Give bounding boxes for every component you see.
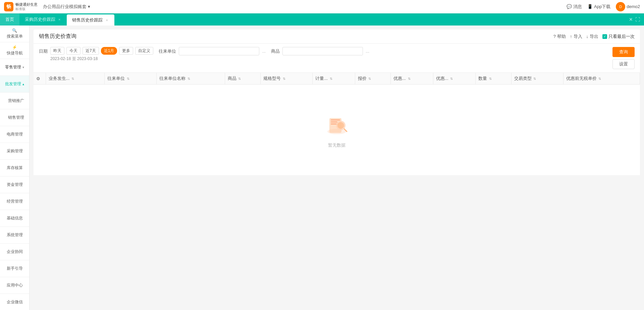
only-last-checkbox[interactable]: ✓ bbox=[602, 34, 607, 39]
tab-close-all-button[interactable]: × bbox=[629, 16, 633, 23]
tab-sales-history-close[interactable]: × bbox=[105, 18, 109, 22]
sidebar-item-basic-info[interactable]: 基础信息 bbox=[0, 210, 29, 227]
partner-input-group: ... bbox=[179, 47, 266, 55]
partner-dots-button[interactable]: ... bbox=[262, 49, 266, 54]
message-button[interactable]: 💬 消息 bbox=[567, 4, 582, 10]
sidebar-item-marketing[interactable]: 营销推广 bbox=[0, 93, 29, 109]
sidebar-item-app-center[interactable]: 应用中心 bbox=[0, 277, 29, 294]
date-btn-7days[interactable]: 近7天 bbox=[83, 47, 99, 55]
table-col-goods[interactable]: 商品 ⇅ bbox=[225, 73, 260, 85]
export-button[interactable]: ↓ 导出 bbox=[586, 34, 599, 40]
main-layout: 🔍 搜索菜单 ⚡ 快捷导航 零售管理 ▾ 批发管理 ▴ 营销推广 销售管理 电商… bbox=[0, 25, 644, 310]
sidebar-item-operations-mgmt[interactable]: 经营管理 bbox=[0, 193, 29, 210]
table-col-partner-code[interactable]: 往来单位 ⇅ bbox=[104, 73, 156, 85]
sidebar-item-retail-mgmt[interactable]: 零售管理 ▾ bbox=[0, 59, 29, 76]
sidebar-item-enterprise-wechat[interactable]: 企业微信 bbox=[0, 294, 29, 310]
table-col-quote[interactable]: 报价 ⇅ bbox=[355, 73, 390, 85]
table-header-row: ⚙ 业务发生... ⇅ 往来单位 ⇅ 往来单位名称 ⇅ 商品 ⇅ bbox=[34, 73, 640, 85]
empty-text: 暂无数据 bbox=[328, 142, 345, 148]
top-bar: 畅 畅捷通好生意 标准版 办公用品行业模拟账套 ▾ 💬 消息 📱 App下载 D… bbox=[0, 0, 644, 13]
tab-bar-actions: × ⛶ bbox=[629, 13, 644, 25]
tab-purchase-history-close[interactable]: × bbox=[57, 17, 61, 22]
partner-filter-group: 往来单位 ... bbox=[159, 47, 266, 55]
export-icon: ↓ bbox=[586, 34, 589, 39]
date-range-display: 2023-02-18 至 2023-03-18 bbox=[50, 56, 153, 62]
sidebar-item-purchase-mgmt[interactable]: 采购管理 bbox=[0, 143, 29, 160]
import-icon: ↑ bbox=[570, 34, 572, 39]
tab-purchase-history[interactable]: 采购历史价跟踪 × bbox=[19, 13, 67, 25]
top-bar-right: 💬 消息 📱 App下载 D demo2 bbox=[567, 2, 640, 11]
sidebar-item-sales-mgmt[interactable]: 销售管理 bbox=[0, 109, 29, 126]
sidebar: 🔍 搜索菜单 ⚡ 快捷导航 零售管理 ▾ 批发管理 ▴ 营销推广 销售管理 电商… bbox=[0, 25, 30, 310]
user-profile[interactable]: D demo2 bbox=[616, 2, 640, 11]
filter-area: 日期 昨天 今天 近7天 近1月 更多 自定义 2023-02-18 至 202… bbox=[34, 44, 640, 73]
table-col-partner-name[interactable]: 往来单位名称 ⇅ bbox=[156, 73, 225, 85]
empty-state: 暂无数据 bbox=[34, 85, 640, 175]
table-col-unit[interactable]: 计量... ⇅ bbox=[313, 73, 355, 85]
table-col-discount2[interactable]: 优惠... ⇅ bbox=[433, 73, 476, 85]
table-col-quantity[interactable]: 数量 ⇅ bbox=[476, 73, 511, 85]
goods-filter-group: 商品 ... bbox=[271, 47, 369, 55]
tab-sales-history[interactable]: 销售历史价跟踪 × bbox=[67, 14, 114, 25]
goods-filter-label: 商品 bbox=[271, 47, 280, 54]
date-filter-options: 昨天 今天 近7天 近1月 更多 自定义 2023-02-18 至 2023-0… bbox=[50, 47, 153, 62]
table-col-spec[interactable]: 规格型号 ⇅ bbox=[261, 73, 313, 85]
table-col-settings[interactable]: ⚙ bbox=[34, 73, 46, 85]
content-area: 销售历史价查询 ? 帮助 ↑ 导入 ↓ 导出 ✓ 只看最后一次 bbox=[30, 25, 644, 310]
table-col-trade-type[interactable]: 交易类型 ⇅ bbox=[511, 73, 563, 85]
wholesale-expand-icon: ▴ bbox=[22, 82, 24, 86]
date-filter-group: 日期 昨天 今天 近7天 近1月 更多 自定义 2023-02-18 至 202… bbox=[39, 47, 153, 62]
table-container: ⚙ 业务发生... ⇅ 往来单位 ⇅ 往来单位名称 ⇅ 商品 ⇅ bbox=[34, 73, 640, 175]
tab-home[interactable]: 首页 bbox=[0, 13, 19, 25]
table-col-discount1[interactable]: 优惠... ⇅ bbox=[391, 73, 433, 85]
date-options-row: 昨天 今天 近7天 近1月 更多 自定义 bbox=[50, 47, 153, 55]
filter-actions: 查询 设置 bbox=[612, 47, 635, 69]
empty-illustration bbox=[323, 111, 350, 138]
table-col-pretax-price[interactable]: 优惠前无税单价 ⇅ bbox=[563, 73, 640, 85]
sidebar-item-enterprise-collab[interactable]: 企业协同 bbox=[0, 244, 29, 260]
tab-bar: 首页 采购历史价跟踪 × 销售历史价跟踪 × × ⛶ bbox=[0, 13, 644, 25]
app-logo-icon: 畅 bbox=[4, 2, 13, 11]
goods-dots-button[interactable]: ... bbox=[366, 49, 369, 54]
search-icon: 🔍 bbox=[12, 28, 17, 33]
sidebar-item-inventory[interactable]: 库存核算 bbox=[0, 160, 29, 176]
goods-input[interactable] bbox=[282, 47, 363, 55]
sidebar-item-search-menu[interactable]: 🔍 搜索菜单 bbox=[0, 25, 29, 42]
page-title: 销售历史价查询 bbox=[39, 33, 76, 40]
app-download-button[interactable]: 📱 App下载 bbox=[587, 4, 610, 10]
logo-area: 畅 畅捷通好生意 标准版 bbox=[4, 2, 38, 11]
sidebar-item-quick-nav[interactable]: ⚡ 快捷导航 bbox=[0, 42, 29, 59]
sidebar-item-ecommerce[interactable]: 电商管理 bbox=[0, 126, 29, 143]
sidebar-item-new-guide[interactable]: 新手引导 bbox=[0, 260, 29, 277]
dropdown-arrow-icon: ▾ bbox=[88, 4, 90, 9]
partner-input[interactable] bbox=[179, 47, 259, 55]
goods-input-group: ... bbox=[282, 47, 369, 55]
tab-fullscreen-button[interactable]: ⛶ bbox=[635, 17, 640, 22]
sidebar-item-finance-mgmt[interactable]: 资金管理 bbox=[0, 176, 29, 193]
date-btn-1month[interactable]: 近1月 bbox=[101, 47, 117, 55]
date-btn-custom[interactable]: 自定义 bbox=[135, 47, 153, 55]
data-table: ⚙ 业务发生... ⇅ 往来单位 ⇅ 往来单位名称 ⇅ 商品 ⇅ bbox=[34, 73, 640, 85]
retail-expand-icon: ▾ bbox=[22, 65, 24, 69]
query-button[interactable]: 查询 bbox=[612, 47, 635, 57]
top-bar-left: 畅 畅捷通好生意 标准版 办公用品行业模拟账套 ▾ bbox=[4, 2, 93, 11]
table-settings-icon[interactable]: ⚙ bbox=[36, 76, 40, 81]
company-selector[interactable]: 办公用品行业模拟账套 ▾ bbox=[40, 2, 93, 11]
date-btn-yesterday[interactable]: 昨天 bbox=[50, 47, 64, 55]
filter-settings-button[interactable]: 设置 bbox=[612, 59, 635, 69]
only-last-checkbox-area[interactable]: ✓ 只看最后一次 bbox=[602, 34, 635, 40]
import-button[interactable]: ↑ 导入 bbox=[570, 34, 582, 40]
partner-filter-label: 往来单位 bbox=[159, 47, 176, 54]
sidebar-item-wholesale-mgmt[interactable]: 批发管理 ▴ bbox=[0, 76, 29, 93]
table-col-biz-date[interactable]: 业务发生... ⇅ bbox=[46, 73, 104, 85]
date-filter-label: 日期 bbox=[39, 47, 48, 54]
sidebar-item-system-mgmt[interactable]: 系统管理 bbox=[0, 227, 29, 244]
date-btn-today[interactable]: 今天 bbox=[66, 47, 80, 55]
date-btn-more[interactable]: 更多 bbox=[119, 47, 133, 55]
download-icon: 📱 bbox=[587, 4, 593, 9]
svg-rect-2 bbox=[331, 119, 340, 120]
help-button[interactable]: ? 帮助 bbox=[553, 34, 566, 40]
svg-point-6 bbox=[337, 122, 344, 129]
help-icon: ? bbox=[553, 34, 556, 39]
message-icon: 💬 bbox=[567, 4, 572, 9]
